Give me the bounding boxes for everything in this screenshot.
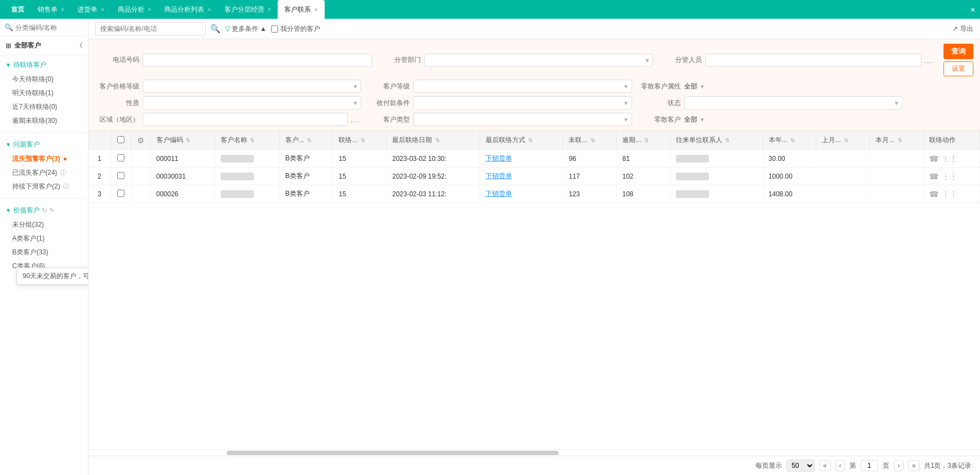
filter-search-button[interactable]: 🔍 <box>210 24 221 34</box>
zero-attr-dropdown-icon[interactable]: ▼ <box>700 83 705 90</box>
info-icon-churned: ⓘ <box>60 169 66 176</box>
th-last-method[interactable]: 最后联络方式 ⇅ <box>479 131 563 150</box>
select-all-checkbox[interactable] <box>117 136 124 143</box>
horizontal-scrollbar[interactable] <box>88 449 980 456</box>
th-type[interactable]: 客户... ⇅ <box>279 131 333 150</box>
row-checkbox-3[interactable] <box>117 190 124 197</box>
sidebar-item-ungrouped[interactable]: 未分组(32) <box>0 218 88 232</box>
close-sales-tab[interactable]: × <box>61 6 64 13</box>
sort-last-month-icon: ⇅ <box>844 137 848 143</box>
filter-select-customer-type[interactable] <box>413 113 632 126</box>
filter-select-payment[interactable] <box>413 96 632 109</box>
sidebar-all-customers[interactable]: ⊞ 全部客户 《 <box>0 36 88 55</box>
refresh-icon[interactable]: ↻ <box>42 207 47 214</box>
sidebar-search-input[interactable] <box>15 24 88 32</box>
sidebar-item-churn-warning[interactable]: 流失预警客户(3) ● <box>0 152 88 166</box>
close-customer-tier-tab[interactable]: × <box>268 6 271 13</box>
nav-tab-analysis-list[interactable]: 商品分析列表 × <box>158 0 217 19</box>
sidebar-group-header-value[interactable]: ▼ 价值客户 ↻ ✎ <box>0 203 88 218</box>
filter-select-price-level[interactable] <box>143 80 361 93</box>
sidebar-item-7days[interactable]: 近7天待联络(0) <box>0 100 88 114</box>
sort-contact-icon: ⇅ <box>361 137 365 143</box>
td-this-year-1: 30.00 <box>763 150 816 168</box>
person-dots-icon[interactable]: … <box>921 55 935 65</box>
close-purchase-tab[interactable]: × <box>101 6 104 13</box>
last-method-link-1[interactable]: 下销货单 <box>486 154 512 162</box>
action-more-icon-1[interactable]: ⋮⋮ <box>942 154 957 163</box>
nav-tab-analysis[interactable]: 商品分析 × <box>111 0 158 19</box>
th-last-date[interactable]: 最后联络日期 ⇅ <box>387 131 480 150</box>
sidebar-item-churned[interactable]: 已流失客户(24) ⓘ <box>0 166 88 180</box>
nav-tab-purchase[interactable]: 进货单 × <box>71 0 111 19</box>
sidebar-collapse-icon[interactable]: 《 <box>76 41 82 50</box>
table-settings-gear-icon[interactable]: ⚙ <box>137 136 144 145</box>
filter-select-customer-level[interactable] <box>413 80 632 93</box>
row-checkbox-1[interactable] <box>117 154 124 161</box>
filter-select-price-level-wrap: ▼ <box>143 80 361 93</box>
sidebar-item-today[interactable]: 今天待联络(0) <box>0 72 88 86</box>
last-method-link-3[interactable]: 下销货单 <box>486 190 512 197</box>
filter-select-dept[interactable] <box>424 54 654 67</box>
th-settings[interactable]: ⚙ <box>131 131 150 150</box>
th-uncontacted[interactable]: 未联... ⇅ <box>563 131 617 150</box>
td-last-date-3: 2023-02-03 11:12: <box>387 185 480 203</box>
action-phone-icon-3[interactable]: ☎ <box>929 190 939 199</box>
export-button[interactable]: ↗ 导出 <box>952 24 973 34</box>
filter-input-person[interactable] <box>705 54 921 67</box>
nav-tab-customer-contact[interactable]: 客户联系 × <box>278 0 324 19</box>
th-name[interactable]: 客户名称 ⇅ <box>215 131 280 150</box>
close-analysis-tab[interactable]: × <box>148 6 151 13</box>
action-phone-icon-1[interactable]: ☎ <box>929 154 939 163</box>
scrollbar-thumb[interactable] <box>227 451 559 455</box>
my-customers-checkbox-area[interactable]: 我分管的客户 <box>271 24 320 34</box>
sidebar-item-a-class[interactable]: A类客户(1) <box>0 232 88 246</box>
sidebar-group-header-pending[interactable]: ▼ 待联络客户 <box>0 58 88 72</box>
edit-icon[interactable]: ✎ <box>49 207 54 214</box>
action-phone-icon-2[interactable]: ☎ <box>929 172 939 181</box>
page-num-input[interactable] <box>861 460 878 471</box>
filter-select-dept-wrap: ▼ <box>424 54 654 67</box>
th-this-month[interactable]: 本月... ⇅ <box>870 131 924 150</box>
region-dots-icon[interactable]: … <box>348 114 361 124</box>
sidebar-group-header-problem[interactable]: ▼ 问题客户 <box>0 137 88 152</box>
zero-customer-dropdown-icon[interactable]: ▼ <box>700 117 705 123</box>
th-unit-contact[interactable]: 往来单位联系人 ⇅ <box>670 131 763 150</box>
nav-tab-sales[interactable]: 销售单 × <box>31 0 71 19</box>
th-contact[interactable]: 联络... ⇅ <box>333 131 387 150</box>
query-button[interactable]: 查询 <box>943 44 973 59</box>
nav-tab-home[interactable]: 首页 <box>4 0 31 19</box>
filter-label-customer-type: 客户类型 <box>366 115 410 124</box>
info-icon-declining: ⓘ <box>63 183 69 190</box>
close-customer-contact-tab[interactable]: × <box>314 6 317 13</box>
my-customers-checkbox[interactable] <box>271 25 278 33</box>
close-all-btn[interactable]: ✕ <box>970 4 976 14</box>
last-method-link-2[interactable]: 下销货单 <box>486 172 512 180</box>
filter-select-status[interactable] <box>684 96 903 109</box>
last-page-button[interactable]: » <box>908 460 920 471</box>
nav-tab-customer-tier[interactable]: 客户分层经营 × <box>218 0 278 19</box>
th-overdue[interactable]: 逾期... ⇅ <box>617 131 670 150</box>
sidebar-item-tomorrow[interactable]: 明天待联络(1) <box>0 86 88 100</box>
row-checkbox-2[interactable] <box>117 172 124 179</box>
more-conditions-button[interactable]: ▽ 更多条件 ▲ <box>225 24 267 34</box>
sidebar-item-overdue[interactable]: 逾期未联络(30) <box>0 114 88 128</box>
first-page-button[interactable]: « <box>819 460 831 471</box>
td-last-month-3 <box>816 185 870 203</box>
filter-input-phone[interactable] <box>143 54 372 67</box>
next-page-button[interactable]: › <box>894 460 904 471</box>
sidebar-item-declining[interactable]: 持续下滑客户(2) ⓘ <box>0 180 88 194</box>
close-analysis-list-tab[interactable]: × <box>207 6 211 13</box>
sidebar-search-icon: 🔍 <box>4 23 13 32</box>
filter-input-region[interactable] <box>143 113 348 126</box>
filter-select-nature[interactable] <box>143 96 361 109</box>
th-this-year[interactable]: 本年... ⇅ <box>763 131 816 150</box>
settings-button[interactable]: 设置 <box>943 61 973 76</box>
action-more-icon-2[interactable]: ⋮⋮ <box>942 172 957 181</box>
th-last-month[interactable]: 上月... ⇅ <box>816 131 870 150</box>
prev-page-button[interactable]: ‹ <box>835 460 845 471</box>
filter-search-input[interactable] <box>95 22 206 35</box>
th-code[interactable]: 客户编码 ⇅ <box>150 131 215 150</box>
sidebar-item-b-class[interactable]: B类客户(33) <box>0 246 88 259</box>
action-more-icon-3[interactable]: ⋮⋮ <box>942 190 957 199</box>
per-page-select[interactable]: 50 20 100 <box>786 460 815 472</box>
